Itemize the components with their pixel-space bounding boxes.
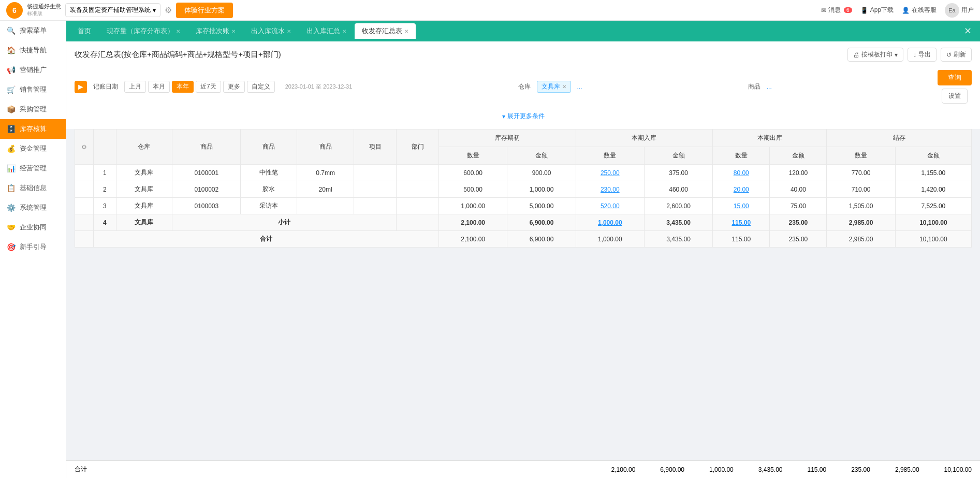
tab-bar: 首页现存量（库存分布表）✕库存批次账✕出入库流水✕出入库汇总✕收发存汇总表✕ ✕ — [66, 21, 980, 41]
sub-settings[interactable] — [75, 214, 94, 231]
message-btn[interactable]: ✉ 消息 6 — [821, 6, 852, 15]
date-btn-更多[interactable]: 更多 — [223, 81, 245, 93]
user-btn[interactable]: Ea 用户 — [945, 3, 974, 18]
settings-icon[interactable]: ⚙ — [165, 5, 172, 15]
sidebar-icon-system: ⚙️ — [6, 203, 16, 212]
row-in-amt: 2,600.00 — [644, 198, 712, 214]
row-in-qty[interactable]: 230.00 — [576, 181, 644, 198]
query-btn[interactable]: 查询 — [938, 70, 972, 85]
row-opening-qty: 600.00 — [439, 165, 507, 181]
sidebar-icon-quicknav: 🏠 — [6, 46, 16, 55]
sidebar-label-basic: 基础信息 — [20, 183, 47, 193]
sub-in-amt: 3,435.00 — [644, 214, 712, 231]
sidebar-icon-guide: 🎯 — [6, 242, 16, 252]
sidebar-item-system[interactable]: ⚙️系统管理 — [0, 198, 66, 218]
sidebar-icon-operation: 📊 — [6, 164, 16, 173]
table-row: 2 文具库 0100002 胶水 20ml 500.00 1,000.00 23… — [75, 181, 972, 198]
row-dept — [397, 198, 439, 214]
tab-库存批次账[interactable]: 库存批次账✕ — [188, 23, 243, 39]
export-btn[interactable]: ↓ 导出 — [908, 48, 937, 62]
filter-section: 收发存汇总表(按仓库+商品编码+商品+规格型号+项目+部门) 🖨 按模板打印 ▾… — [66, 41, 980, 129]
row-out-qty[interactable]: 80.00 — [713, 165, 770, 181]
sub-opening-qty: 2,100.00 — [439, 214, 507, 231]
warehouse-tag-value: 文具库 — [542, 82, 560, 91]
th-project: 项目 — [354, 129, 397, 165]
expand-conditions-btn[interactable]: ▾ 展开更多条件 — [502, 112, 545, 121]
total-in-qty: 1,000.00 — [709, 466, 734, 473]
tab-出入库汇总[interactable]: 出入库汇总✕ — [299, 23, 354, 39]
sidebar-item-operation[interactable]: 📊经营管理 — [0, 158, 66, 178]
tab-close-icon[interactable]: ✕ — [231, 28, 236, 34]
system-selector[interactable]: 装备及固定资产辅助管理系统 ▾ — [65, 3, 160, 17]
gear-icon[interactable]: ⚙ — [81, 143, 87, 151]
tab-出入库流水[interactable]: 出入库流水✕ — [244, 23, 298, 39]
total-in-qty: 1,000.00 — [576, 231, 644, 248]
sidebar-icon-basic: 📋 — [6, 183, 16, 193]
goods-more-btn[interactable]: ... — [767, 83, 772, 91]
tab-首页[interactable]: 首页 — [70, 23, 98, 39]
set-btn[interactable]: 设置 — [942, 89, 968, 104]
row-code: 0100002 — [172, 181, 241, 198]
app-download-btn[interactable]: 📱 App下载 — [860, 6, 894, 15]
date-btn-上月[interactable]: 上月 — [124, 81, 146, 93]
tab-close-icon[interactable]: ✕ — [342, 28, 346, 34]
sidebar-label-quicknav: 快捷导航 — [20, 46, 47, 55]
date-btn-近7天[interactable]: 近7天 — [196, 81, 221, 93]
filter-expand-btn[interactable]: ► — [75, 81, 87, 93]
date-btn-本月[interactable]: 本月 — [148, 81, 170, 93]
sidebar-icon-inventory: 🗄️ — [6, 124, 16, 134]
sidebar-item-finance[interactable]: 💰资金管理 — [0, 139, 66, 158]
sidebar-item-basic[interactable]: 📋基础信息 — [0, 178, 66, 198]
row-in-qty[interactable]: 520.00 — [576, 198, 644, 214]
sidebar-item-sales[interactable]: 🛒销售管理 — [0, 80, 66, 99]
filter-row-1: ► 记账日期 上月本月本年近7天更多自定义 2023-01-01 至 2023-… — [75, 70, 972, 104]
total-out-amt: 235.00 — [770, 231, 827, 248]
print-btn[interactable]: 🖨 按模板打印 ▾ — [847, 48, 903, 62]
total-row: 合计 2,100.00 6,900.00 1,000.00 3,435.00 1… — [75, 231, 972, 248]
warehouse-tag-close-icon[interactable]: ✕ — [562, 84, 566, 90]
sub-num: 4 — [94, 214, 116, 231]
sidebar-item-guide[interactable]: 🎯新手引导 — [0, 237, 66, 257]
tab-bar-close-icon[interactable]: ✕ — [960, 25, 976, 37]
sidebar-item-inventory[interactable]: 🗄️库存核算 — [0, 119, 66, 139]
row-out-qty[interactable]: 20.00 — [713, 181, 770, 198]
data-table: ⚙ 仓库 商品 商品 商品 项目 部门 库存期初 本期入库 — [75, 129, 972, 248]
sub-out-qty[interactable]: 115.00 — [713, 214, 770, 231]
sidebar-label-system: 系统管理 — [20, 203, 47, 212]
sidebar-label-marketing: 营销推广 — [20, 65, 47, 75]
total-opening-qty: 2,100.00 — [611, 466, 636, 473]
warehouse-more-btn[interactable]: ... — [577, 83, 582, 91]
sidebar-icon-finance: 💰 — [6, 144, 16, 153]
row-settings[interactable] — [75, 181, 94, 198]
sidebar-item-enterprise[interactable]: 🤝企业协同 — [0, 218, 66, 237]
row-spec: 20ml — [297, 181, 354, 198]
th-settings[interactable]: ⚙ — [75, 129, 94, 165]
content-area: 首页现存量（库存分布表）✕库存批次账✕出入库流水✕出入库汇总✕收发存汇总表✕ ✕… — [66, 21, 980, 478]
online-service-label: 在线客服 — [912, 6, 937, 15]
online-service-btn[interactable]: 👤 在线客服 — [902, 6, 937, 15]
sidebar-label-purchase: 采购管理 — [20, 105, 47, 114]
sidebar-item-quicknav[interactable]: 🏠快捷导航 — [0, 40, 66, 60]
sidebar-item-marketing[interactable]: 📢营销推广 — [0, 60, 66, 80]
warehouse-tag[interactable]: 文具库 ✕ — [537, 81, 571, 93]
tab-close-icon[interactable]: ✕ — [287, 28, 291, 34]
refresh-btn[interactable]: ↺ 刷新 — [941, 48, 972, 62]
experience-btn[interactable]: 体验行业方案 — [176, 3, 233, 18]
sidebar-icon-enterprise: 🤝 — [6, 223, 16, 232]
date-btn-自定义[interactable]: 自定义 — [247, 81, 275, 93]
tab-现存量（库存分布表）[interactable]: 现存量（库存分布表）✕ — [99, 23, 187, 39]
tab-收发存汇总表[interactable]: 收发存汇总表✕ — [355, 23, 416, 39]
row-out-qty[interactable]: 15.00 — [713, 198, 770, 214]
sub-in-qty[interactable]: 1,000.00 — [576, 214, 644, 231]
sub-out-amt: 235.00 — [770, 214, 827, 231]
total-balance-qty: 2,985.00 — [895, 466, 919, 473]
row-in-qty[interactable]: 250.00 — [576, 165, 644, 181]
date-btn-本年[interactable]: 本年 — [172, 81, 194, 93]
sidebar-item-purchase[interactable]: 📦采购管理 — [0, 99, 66, 119]
row-settings[interactable] — [75, 198, 94, 214]
row-settings[interactable] — [75, 165, 94, 181]
sidebar-item-search[interactable]: 🔍搜索菜单 — [0, 21, 66, 40]
tab-close-icon[interactable]: ✕ — [176, 28, 180, 34]
th-opening-amt: 金额 — [507, 147, 576, 165]
tab-close-icon[interactable]: ✕ — [404, 28, 408, 34]
